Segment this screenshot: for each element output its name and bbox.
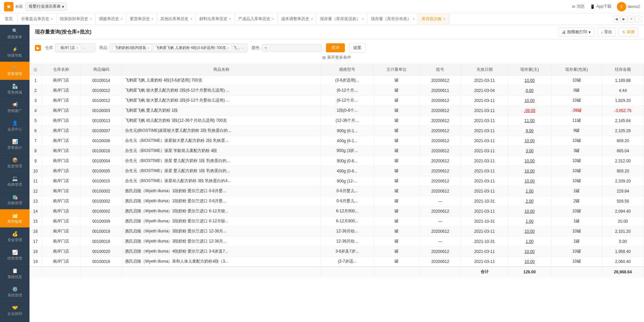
cell-amount: 1,189.88 — [602, 75, 644, 86]
tab-close-2[interactable]: × — [121, 17, 123, 21]
user-area[interactable]: E demo2 — [617, 2, 640, 11]
export-btn[interactable]: ↓ 导出 — [597, 28, 616, 37]
tab-close-10[interactable]: × — [443, 17, 445, 21]
org-selector[interactable]: 母婴行业演示库表 ▾ — [25, 2, 67, 11]
template-print-btn[interactable]: 🖨 按模板打印 ▾ — [558, 28, 594, 37]
sidebar-item-guide[interactable]: 🎯 新手引导 — [0, 320, 30, 322]
sidebar-item-wholesale[interactable]: 📦 批发管理 — [0, 154, 30, 172]
tab-item-6[interactable]: 产成品入库单历史 × — [235, 13, 278, 24]
cell-qty[interactable]: 10.00 — [508, 257, 551, 267]
logo-icon: 畅 — [4, 2, 13, 11]
tab-close-all-btn[interactable]: × — [628, 16, 635, 22]
sidebar-item-inventory[interactable]: 🗂️ 库存核算 — [0, 209, 30, 228]
tab-item-9[interactable]: 现存量（库存分布表） × — [368, 13, 419, 24]
cell-qty[interactable]: 10.00 — [508, 166, 551, 176]
cell-qty[interactable]: 3.00 — [508, 146, 551, 156]
tab-item-5[interactable]: 材料出库单历史 × — [196, 13, 235, 24]
cell-spec: 12-36月幼... — [321, 226, 374, 236]
tab-close-3[interactable]: × — [152, 17, 154, 21]
cell-qty[interactable]: 2.00 — [508, 196, 551, 206]
search-btn[interactable]: 查询 — [326, 43, 345, 52]
sidebar-item-retail-shop[interactable]: 🏪 零售商城 — [0, 80, 30, 99]
filter-warehouse: 仓库 南岸门店 × ··· — [45, 43, 95, 52]
sidebar-item-operations[interactable]: 📈 经营管理 — [0, 246, 30, 265]
cell-qty[interactable]: 10.00 — [508, 136, 551, 146]
expand-arrow-btn[interactable]: ▶ — [35, 45, 41, 51]
app-download-btn[interactable]: 📱 App下载 — [590, 4, 611, 9]
expand-conditions-btn[interactable]: ⊞ 展开更多条件 — [322, 55, 351, 60]
warehouse-tag-box[interactable]: 南岸门店 × ··· — [55, 43, 95, 52]
table-row: 18 南岸门店 00100020 惠氏启陵（Wyeth illuma）4段奶粉 … — [30, 247, 644, 257]
cell-amount: 2,101.20 — [602, 226, 644, 236]
sidebar-item-marketing[interactable]: 📢 营销推广 — [0, 99, 30, 117]
tab-menu-btn[interactable]: ⋮ — [635, 16, 642, 22]
warehouse-filter-dots[interactable]: ··· — [82, 46, 85, 50]
cell-qty[interactable]: 1.00 — [508, 236, 551, 247]
tab-close-1[interactable]: × — [90, 17, 92, 21]
warehouse-tag-close[interactable]: × — [76, 46, 78, 50]
sidebar-item-collab[interactable]: 🤝 企业协同 — [0, 302, 30, 320]
product-filter-dots[interactable]: ··· — [241, 46, 245, 50]
sidebar-item-purchase[interactable]: 🛍️ 采购管理 — [0, 191, 30, 209]
tab-item-10[interactable]: 库存批次账 × — [418, 13, 449, 24]
cell-batch: 20200612 — [419, 75, 461, 86]
cell-qty[interactable]: 1.00 — [508, 216, 551, 226]
cell-qty[interactable]: 10.00 — [508, 206, 551, 216]
tab-prev-btn[interactable]: ◀ — [613, 16, 620, 22]
cell-qty[interactable]: 11.00 — [508, 116, 551, 126]
product-tag-close-1[interactable]: × — [227, 46, 229, 50]
cell-qty[interactable]: 10.00 — [508, 226, 551, 236]
tab-next-btn[interactable]: ▶ — [621, 16, 627, 22]
cell-qty[interactable]: 10.00 — [508, 96, 551, 106]
page-area: 现存量查询(按仓库+批次) 🖨 按模板打印 ▾ ↓ 导出 ↻ 刷新 — [30, 25, 644, 322]
cell-name: 合生元（BIOSTIME）派星幼儿配方奶粉 3段 乳铁蛋白的4... — [122, 176, 321, 186]
cell-qty[interactable]: 1.00 — [508, 186, 551, 196]
refresh-btn[interactable]: ↻ 刷新 — [619, 28, 639, 37]
tab-item-3[interactable]: 要货单历史 × — [126, 13, 157, 24]
cell-code: 00100019 — [80, 226, 122, 236]
sidebar-item-search[interactable]: 🔍 搜索菜单 — [0, 25, 30, 43]
sidebar-item-member[interactable]: 👤 会员中心 — [0, 117, 30, 136]
table-row: 3 南岸门店 00100012 飞鹤星飞帆 较大婴儿配方奶粉 2段(6-12个月… — [30, 96, 644, 106]
sidebar-item-ecommerce[interactable]: 💻 电商管理 — [0, 172, 30, 191]
product-tag-box[interactable]: 飞鹤奶粉3段丙搭装 × 飞鹤星飞帆 儿童奶粉 4段(3-6岁适用) 700克 ×… — [109, 43, 248, 52]
tab-close-6[interactable]: × — [272, 17, 274, 21]
page-header-actions: 🖨 按模板打印 ▾ ↓ 导出 ↻ 刷新 — [558, 28, 639, 37]
cell-qty[interactable]: 10.00 — [508, 247, 551, 257]
tab-close-9[interactable]: × — [413, 17, 415, 21]
cell-qty[interactable]: 10.00 — [508, 156, 551, 166]
tab-home[interactable]: 首页 — [0, 13, 18, 24]
cell-expire: 2021-03-11 — [461, 156, 508, 166]
tab-close-0[interactable]: × — [51, 17, 53, 21]
tab-item-8[interactable]: 现存量（库存状况表） × — [317, 13, 368, 24]
tab-item-7[interactable]: 成本调整单历史 × — [278, 13, 317, 24]
sidebar-item-basic-info[interactable]: 📋 基础信息 — [0, 265, 30, 283]
column-settings-icon[interactable]: ⚙ — [33, 67, 38, 72]
tab-item-0[interactable]: 分量盘点单历史 × — [18, 13, 57, 24]
tab-item-2[interactable]: 调拨单历史 × — [96, 13, 126, 24]
cell-qty[interactable]: -39.00 — [508, 106, 551, 116]
cell-qty[interactable]: 10.00 — [508, 75, 551, 86]
sidebar-item-finance[interactable]: 💰 资金管理 — [0, 228, 30, 246]
cell-qty[interactable]: 9.00 — [508, 126, 551, 136]
tab-close-7[interactable]: × — [311, 17, 313, 21]
nav-icon: ⚡ — [1, 47, 28, 52]
product-tag-close-0[interactable]: × — [147, 46, 149, 50]
tab-item-4[interactable]: 其他出库单历史 × — [157, 13, 196, 24]
sidebar-item-retail-mgmt[interactable]: 🛒 零售管理 — [0, 62, 30, 80]
tab-close-4[interactable]: × — [190, 17, 192, 21]
cell-batch: — — [419, 216, 461, 226]
tab-close-5[interactable]: × — [229, 17, 231, 21]
tab-close-8[interactable]: × — [362, 17, 364, 21]
cell-qty[interactable]: 0.00 — [508, 86, 551, 96]
setting-btn[interactable]: 设置 — [349, 43, 366, 53]
sidebar-item-retail-stats[interactable]: 📊 零售统计 — [0, 136, 30, 154]
col-settings[interactable]: ⚙ — [30, 64, 42, 75]
cell-qty[interactable]: 10.00 — [508, 176, 551, 186]
message-btn[interactable]: ✉ 消息 — [572, 4, 585, 9]
cell-unit: 罐 — [373, 186, 419, 196]
tab-item-1[interactable]: 组装拆卸单历史 × — [57, 13, 96, 24]
color-tag-box[interactable]: ▾ — [262, 44, 322, 52]
sidebar-item-nav[interactable]: ⚡ 快捷导航 — [0, 43, 30, 62]
sidebar-item-system[interactable]: ⚙️ 系统管理 — [0, 283, 30, 302]
